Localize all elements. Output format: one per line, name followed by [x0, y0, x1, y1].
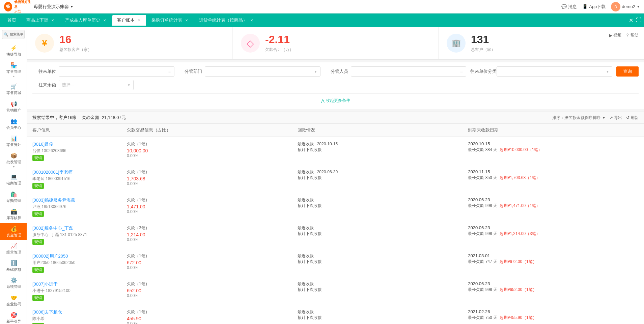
avatar: D [611, 2, 620, 11]
close-icon[interactable]: ✕ [137, 18, 141, 23]
filter-balance: 往来余额 选择... ▼ [32, 80, 134, 90]
chevron-down-icon: ▼ [606, 70, 609, 73]
search-menu-btn[interactable]: 🔍 搜索菜单 [2, 30, 25, 39]
customer-name-link[interactable]: [0001020001]李老师 [32, 170, 73, 175]
tab-prev-icon[interactable]: ✕ [629, 17, 633, 24]
tab-product-offshelf[interactable]: 商品上下架 ✕ [22, 15, 60, 26]
overdue-amount-link[interactable]: 超期¥455.90（1笔） [500, 315, 537, 320]
tab-home[interactable]: 首页 [3, 15, 21, 26]
close-icon[interactable]: ✕ [249, 18, 254, 23]
dept-select[interactable]: ▼ [205, 66, 320, 77]
collapse-btn[interactable]: ⋀ 收起更多条件 [32, 96, 639, 105]
close-icon[interactable]: ✕ [184, 18, 189, 23]
export-btn[interactable]: ↗ 导出 [610, 115, 622, 121]
nav-tabs-controls: ✕ ⛶ [629, 17, 641, 24]
customer-name-link[interactable]: [0006]去下粮仓 [32, 310, 62, 315]
refresh-icon: ↺ [626, 115, 629, 120]
help-btn[interactable]: ？ 帮助 [625, 32, 639, 38]
stat-label-total: 总客户（家） [471, 47, 495, 53]
retail-mgmt-icon: 🏪 [10, 62, 17, 68]
overdue-cell: 2020.06.23 最长欠款 998 天 超期¥1,214.00（3笔） [468, 225, 639, 237]
customer-tag: 现销 [32, 267, 44, 273]
overdue-amount-link[interactable]: 超期¥1,703.68（1笔） [500, 175, 540, 180]
chevron-down-icon: ▼ [70, 5, 74, 8]
tab-customer-account[interactable]: 客户账本 ✕ [112, 15, 146, 26]
table-header: 客户信息 欠款交易信息（占比） 回款情况 到期未收款日期 [27, 124, 644, 137]
debt-cell: 欠款（1笔） 1,471.00 0.00% [127, 197, 298, 214]
sidebar-item-system[interactable]: ⚙️ 系统管理 [0, 274, 27, 292]
sidebar-item-retail-mgmt[interactable]: 🏪 零售管理 ▲ [0, 59, 27, 81]
chevron-down-icon: ▼ [12, 165, 15, 168]
data-table: 客户信息 欠款交易信息（占比） 回款情况 到期未收款日期 [0016]吕俊 吕俊… [27, 124, 644, 324]
debt-amount: 672.00 [127, 260, 298, 265]
tab-purchase-order-stats[interactable]: 采购订单统计表 ✕ [147, 15, 194, 26]
close-icon[interactable]: ✕ [102, 18, 107, 23]
filter-unit-category: 往来单位分类 ▼ [470, 66, 612, 77]
customer-name-link[interactable]: [0016]吕俊 [32, 142, 53, 147]
store-selector[interactable]: 母婴行业演示账套 ▼ [34, 4, 74, 10]
overdue-amount-link[interactable]: 超期¥10,000.00（1笔） [500, 147, 542, 152]
customer-name-link[interactable]: [0007]小进干 [32, 282, 58, 287]
debt-cell: 欠款（1笔） 672.00 0.00% [127, 253, 298, 270]
customer-name-link[interactable]: [0002]服务中心_丁磊 [32, 226, 73, 231]
top-bar: 畅 畅捷通好生意 示范 母婴行业演示账套 ▼ 💬 消息 📱 App下载 D [0, 0, 644, 13]
table-row: [000002]用户2050 用户2050 18665062050 现销 欠款（… [27, 249, 644, 277]
stat-card-customers: ¥ 16 总欠款客户（家） [27, 27, 233, 59]
new-guide-icon: 🎯 [10, 312, 17, 318]
person-input[interactable]: ··· [351, 66, 467, 77]
tab-fullscreen-icon[interactable]: ⛶ [636, 17, 641, 24]
retail-store-icon: 🛒 [10, 83, 17, 90]
video-btn[interactable]: ▶ 视频 [609, 32, 621, 38]
from-unit-input[interactable]: ··· [59, 66, 174, 77]
video-icon: ▶ [609, 33, 612, 38]
customer-name-link[interactable]: [000002]用户2050 [32, 254, 68, 259]
balance-select[interactable]: 选择... ▼ [59, 80, 134, 90]
sidebar-item-inventory[interactable]: 🗃️ 库存核算 [0, 206, 27, 223]
finance-icon: 💰 [10, 226, 17, 232]
sidebar-item-quick-nav[interactable]: ⚡ 快捷导航 [0, 42, 27, 59]
close-icon[interactable]: ✕ [50, 18, 55, 23]
sidebar-item-retail-stats[interactable]: 📊 零售统计 [0, 132, 27, 150]
sidebar-item-new-guide[interactable]: 🎯 新手引导 [0, 309, 27, 324]
query-button[interactable]: 查询 [616, 66, 639, 77]
app-download-btn[interactable]: 📱 App下载 [582, 4, 606, 10]
overdue-amount-link[interactable]: 超期¥672.00（1笔） [500, 259, 537, 264]
filter-person: 分管人员 ··· [325, 66, 467, 77]
logo-area: 畅 畅捷通好生意 示范 [4, 0, 31, 14]
sidebar-item-ops-mgmt[interactable]: 📈 经营管理 [0, 240, 27, 257]
filter-row-1: 往来单位 ··· 分管部门 ▼ 分管人员 [32, 66, 639, 77]
sidebar-item-ecommerce[interactable]: 💻 电商管理 [0, 171, 27, 188]
th-overdue: 到期未收款日期 [468, 127, 639, 133]
sidebar-item-retail-store[interactable]: 🛒 零售商城 [0, 81, 27, 98]
recovery-cell: 最近收款 预计下次收款 [298, 281, 468, 293]
tab-product-history[interactable]: 产成品入库单历史 ✕ [60, 15, 112, 26]
stat-num-customers: 16 [59, 34, 92, 45]
ops-mgmt-icon: 📈 [10, 243, 17, 249]
customer-tag: 现销 [32, 183, 44, 189]
overdue-amount-link[interactable]: 超期¥1,471.00（1笔） [500, 203, 540, 208]
message-btn[interactable]: 💬 消息 [561, 4, 577, 10]
sidebar-item-member[interactable]: 👥 会员中心 [0, 115, 27, 132]
sidebar-item-basic-info[interactable]: ℹ️ 基础信息 [0, 257, 27, 274]
customer-cell: [0002]服务中心_丁磊 服务中心_丁磊 181 0125 8371 现销 [32, 225, 127, 245]
customer-name-link[interactable]: [0003]畅捷服务尹海燕 [32, 198, 75, 203]
sidebar-item-enterprise-collab[interactable]: 🤝 企业协同 [0, 292, 27, 309]
filter-from-unit: 往来单位 ··· [32, 66, 174, 77]
refresh-btn[interactable]: ↺ 刷新 [626, 115, 639, 121]
sidebar-item-batch-mgmt[interactable]: 📦 批发管理 ▼ [0, 150, 27, 171]
sort-selector[interactable]: 排序：按欠款金额倒序排序 ▼ [552, 115, 606, 121]
overdue-cell: 2020.06.23 最长欠款 998 天 超期¥1,471.00（1笔） [468, 197, 639, 209]
results-actions: 排序：按欠款金额倒序排序 ▼ ↗ 导出 ↺ 刷新 [552, 115, 639, 121]
sidebar-item-purchase[interactable]: 🛍️ 采购管理 [0, 188, 27, 206]
overdue-amount-link[interactable]: 超期¥1,214.00（3笔） [500, 231, 540, 236]
stat-actions: ▶ 视频 ？ 帮助 [609, 32, 639, 38]
enterprise-collab-icon: 🤝 [10, 295, 17, 301]
overdue-amount-link[interactable]: 超期¥652.00（1笔） [500, 287, 537, 292]
tab-purchase-stats-product[interactable]: 进货单统计表（按商品） ✕ [194, 15, 259, 26]
unit-category-select[interactable]: ▼ [497, 66, 612, 77]
sidebar: 🔍 搜索菜单 ⚡ 快捷导航 🏪 零售管理 ▲ 🛒 零售商城 [0, 27, 27, 324]
user-area[interactable]: D demo2 ▼ [611, 2, 640, 11]
overdue-cell: 2021.02.26 最长欠款 750 天 超期¥455.90（1笔） [468, 309, 639, 321]
sidebar-item-marketing[interactable]: 📢 营销推广 [0, 98, 27, 115]
sidebar-item-finance[interactable]: 💰 资金管理 [0, 223, 27, 240]
